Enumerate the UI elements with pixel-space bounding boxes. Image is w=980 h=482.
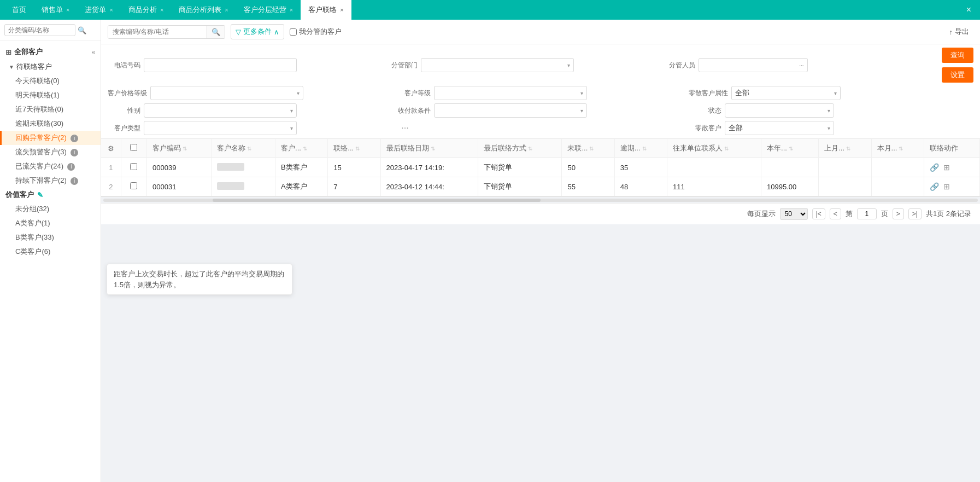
more-filters-button[interactable]: ▽ 更多条件 ∧ (231, 24, 284, 39)
retail-attr-select[interactable]: 全部▾ (731, 86, 841, 100)
export-button[interactable]: ↑ 导出 (945, 25, 974, 39)
nav-home[interactable]: 首页 (4, 0, 34, 20)
sidebar-item-7days-pending[interactable]: 近7天待联络(0) (0, 102, 101, 117)
nav-product-analysis[interactable]: 商品分析 × (121, 0, 171, 20)
sort-icon-overdue[interactable]: ⇅ (642, 146, 647, 152)
sidebar-item-ungroup[interactable]: 未分组(32) (0, 202, 101, 216)
sort-icon-date[interactable]: ⇅ (431, 146, 435, 152)
retail-customer-select[interactable]: 全部▾ (725, 121, 834, 135)
row-last-date-1: 2023-04-17 14:19: (380, 158, 478, 177)
sort-icon-name[interactable]: ⇅ (247, 146, 251, 152)
branch-dept-select[interactable]: ▾ (421, 58, 574, 72)
sidebar-search-icon[interactable]: 🔍 (78, 26, 86, 34)
nav-customer-tier-close[interactable]: × (290, 7, 293, 13)
info-icon-4: i (71, 177, 78, 185)
nav-product-analysis-list[interactable]: 商品分析列表 × (171, 0, 236, 20)
sidebar-item-class-a[interactable]: A类客户(1) (0, 216, 101, 230)
sidebar: 🔍 ⊞ 全部客户 « ▼ 待联络客户 今天待联络(0) 明天待联络(1) 近7天… (0, 20, 101, 482)
customer-level-select[interactable]: ▾ (434, 86, 587, 100)
first-page-button[interactable]: |< (812, 208, 825, 219)
row-checkbox-2[interactable] (121, 177, 147, 196)
select-all-checkbox[interactable] (130, 144, 137, 151)
sort-icon-contact[interactable]: ⇅ (355, 146, 360, 152)
row-action-2: 🔗 ⊞ (924, 177, 979, 196)
sidebar-value-customer-group[interactable]: 价值客户 ✎ (0, 188, 101, 202)
main-search-icon[interactable]: 🔍 (207, 26, 225, 38)
row-action-1: 🔗 ⊞ (924, 158, 979, 177)
prev-page-button[interactable]: < (830, 208, 841, 219)
last-page-button[interactable]: >| (908, 208, 922, 219)
sort-icon-method[interactable]: ⇅ (528, 146, 532, 152)
payment-select[interactable]: ▾ (434, 103, 587, 118)
chevron-down-icon-4: ▾ (834, 90, 837, 96)
scrollbar-thumb[interactable] (213, 199, 541, 202)
th-code: 客户编码⇅ (147, 139, 211, 158)
nav-sales-close[interactable]: × (66, 7, 69, 13)
nav-customer-tier[interactable]: 客户分层经营 × (236, 0, 301, 20)
sidebar-item-today-pending[interactable]: 今天待联络(0) (0, 74, 101, 88)
sidebar-item-class-b[interactable]: B类客户(33) (0, 230, 101, 245)
select-all-th[interactable] (121, 139, 147, 158)
sidebar-item-overdue-pending[interactable]: 逾期未联络(30) (0, 117, 101, 131)
contact-action-icon-1[interactable]: 🔗 (930, 163, 939, 172)
th-last-month: 上月...⇅ (819, 139, 871, 158)
arrow-down-icon: ▼ (9, 64, 14, 70)
chevron-down-icon-8: ▾ (290, 125, 293, 131)
sidebar-item-repurchase-abnormal[interactable]: 回购异常客户(2) i (0, 131, 101, 145)
filter-more-dots[interactable]: ··· (398, 123, 412, 133)
phone-input[interactable] (144, 58, 297, 72)
sidebar-item-declining[interactable]: 持续下滑客户(2) i (0, 173, 101, 188)
gender-select[interactable]: ▾ (144, 103, 297, 118)
sort-icon-code[interactable]: ⇅ (183, 146, 187, 152)
per-page-select[interactable]: 50 100 200 (780, 208, 808, 220)
filter-status: 状态 ▾ (689, 103, 973, 118)
nav-product-analysis-list-close[interactable]: × (225, 7, 228, 13)
horizontal-scrollbar[interactable] (101, 196, 980, 203)
status-select[interactable]: ▾ (725, 103, 834, 118)
more-action-icon-2[interactable]: ⊞ (943, 182, 950, 191)
row-checkbox-1[interactable] (121, 158, 147, 177)
current-page-input[interactable] (857, 208, 877, 219)
nav-sales[interactable]: 销售单 × (34, 0, 77, 20)
sidebar-pending-contact-group[interactable]: ▼ 待联络客户 (0, 60, 101, 74)
customer-type-select[interactable]: ▾ (144, 121, 297, 135)
query-button[interactable]: 查询 (942, 48, 973, 63)
sort-icon-type[interactable]: ⇅ (303, 146, 307, 152)
window-close-button[interactable]: × (962, 5, 976, 15)
row-last-method-2: 下销货单 (478, 177, 562, 196)
branch-person-select[interactable]: ··· (699, 58, 808, 72)
sort-icon-last-month[interactable]: ⇅ (846, 146, 850, 152)
main-search-input[interactable] (108, 26, 207, 38)
sidebar-search-input[interactable] (4, 24, 75, 36)
sidebar-item-class-c[interactable]: C类客户(6) (0, 245, 101, 259)
sort-icon-year[interactable]: ⇅ (789, 146, 793, 152)
filter-phone: 电话号码 (108, 58, 379, 72)
row-current-month-2 (871, 177, 924, 196)
th-name: 客户名称⇅ (211, 139, 275, 158)
th-last-contact-date: 最后联络日期⇅ (380, 139, 478, 158)
more-action-icon-1[interactable]: ⊞ (943, 163, 950, 172)
collapse-icon[interactable]: « (92, 49, 95, 55)
sort-icon-current-month[interactable]: ⇅ (899, 146, 903, 152)
setup-button[interactable]: 设置 (942, 67, 973, 83)
page-label: 第 (846, 209, 853, 219)
sort-icon-uncontact[interactable]: ⇅ (589, 146, 594, 152)
edit-icon[interactable]: ✎ (37, 191, 43, 199)
contact-action-icon-2[interactable]: 🔗 (930, 182, 939, 191)
nav-customer-contact[interactable]: 客户联络 × (301, 0, 351, 20)
sidebar-item-churn-warning[interactable]: 流失预警客户(3) i (0, 145, 101, 159)
my-customer-checkbox[interactable] (290, 28, 297, 36)
next-page-button[interactable]: > (893, 208, 904, 219)
th-contact-count: 联络...⇅ (328, 139, 380, 158)
sidebar-item-churned[interactable]: 已流失客户(24) i (0, 159, 101, 173)
sort-icon-contact-person[interactable]: ⇅ (724, 146, 729, 152)
nav-purchase[interactable]: 进货单 × (77, 0, 120, 20)
nav-product-analysis-close[interactable]: × (160, 7, 163, 13)
gear-th[interactable]: ⚙ (101, 139, 121, 158)
sidebar-all-customers[interactable]: ⊞ 全部客户 « (0, 44, 101, 60)
nav-customer-contact-close[interactable]: × (340, 7, 343, 13)
price-level-select[interactable]: ▾ (150, 86, 303, 100)
filter-dots-mid: ··· (398, 123, 683, 133)
nav-purchase-close[interactable]: × (109, 7, 113, 13)
sidebar-item-tomorrow-pending[interactable]: 明天待联络(1) (0, 88, 101, 102)
